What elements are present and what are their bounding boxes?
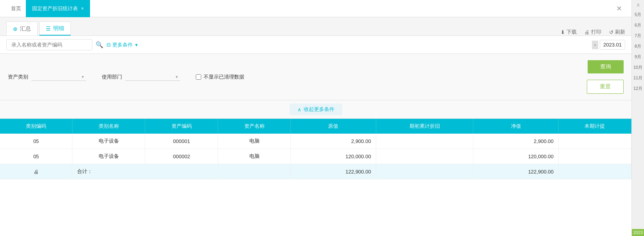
action-buttons: 查询 重置 [587,60,624,94]
top-nav: 首页 固定资产折旧统计表 × ✕ [0,0,631,17]
sidebar-month-5[interactable]: 5月 [632,9,644,20]
category-select[interactable] [31,73,86,81]
col-header-code: 类别编码 [0,119,72,134]
collapse-label: 收起更多条件 [304,106,334,113]
hide-cleared-checkbox-item: 不显示已清理数据 [196,73,244,80]
sidebar-month-9[interactable]: 9月 [632,52,644,62]
col-header-category: 类别名称 [72,119,145,134]
cell-net-value: 120,000.00 [473,149,559,164]
col-header-accumulated-dep: 期初累计折旧 [376,119,473,134]
sidebar-month-12[interactable]: 12月 [632,83,644,94]
category-select-wrap [31,73,86,81]
filter-icon: ⊟ [106,42,111,48]
total-current-dep [558,164,631,179]
cell-category-name: 电子设备 [72,134,145,149]
total-net-value: 122,900.00 [473,164,559,179]
query-button[interactable]: 查询 [588,60,624,73]
cell-accumulated-dep [376,134,473,149]
col-header-original-value: 原值 [291,119,376,134]
sidebar-month-10[interactable]: 10月 [632,62,644,73]
col-header-net-value: 净值 [473,119,559,134]
department-label: 使用部门 [102,73,122,80]
cell-code: 05 [0,134,72,149]
download-icon: ⬇ [561,29,565,35]
cell-code: 05 [0,149,72,164]
cell-current-dep [558,134,631,149]
refresh-label: 刷新 [615,29,625,36]
toolbar-right: ⬇ 下载 🖨 打印 ↺ 刷新 [561,29,625,36]
collapse-button[interactable]: ∧ 收起更多条件 [290,104,342,115]
cell-asset-code: 000001 [145,134,218,149]
cell-original-value: 2,900.00 [291,134,376,149]
category-label: 资产类别 [8,73,28,80]
table-container: 类别编码 类别名称 资产编码 资产名称 原值 期初累计折旧 净值 本期计提 05… [0,119,631,236]
cell-net-value: 2,900.00 [473,134,559,149]
hide-cleared-checkbox[interactable] [196,74,201,80]
print-icon: 🖨 [584,29,590,35]
cell-asset-name: 电脑 [218,134,291,149]
filter-row: 资产类别 使用部门 不显示已清理数据 [8,60,624,94]
chevron-up-icon: ∧ [298,107,301,113]
tab-summary[interactable]: ⊕ 汇总 [6,21,38,36]
data-table: 类别编码 类别名称 资产编码 资产名称 原值 期初累计折旧 净值 本期计提 05… [0,119,631,179]
close-tab-icon[interactable]: × [81,6,84,11]
download-label: 下载 [566,29,577,36]
sidebar-month-6[interactable]: 6月 [632,20,644,30]
sidebar-month-11[interactable]: 11月 [632,73,644,83]
nav-home[interactable]: 首页 [6,5,26,12]
filter-area: 资产类别 使用部门 不显示已清理数据 [0,54,631,100]
total-asset-name [218,164,291,179]
summary-icon: ⊕ [13,26,18,32]
cell-current-dep [558,149,631,164]
cell-category-name: 电子设备 [72,149,145,164]
tab-detail-label: 明细 [53,25,64,32]
date-nav-arrow[interactable]: › [592,41,598,49]
hide-cleared-label: 不显示已清理数据 [204,73,244,80]
cell-asset-code: 000002 [145,149,218,164]
tab-label: 固定资产折旧统计表 [32,5,78,12]
total-label: 合计： [72,164,218,179]
department-select-wrap [125,73,180,81]
detail-icon: ☰ [46,25,51,32]
collapse-bar: ∧ 收起更多条件 [0,100,631,119]
active-tab[interactable]: 固定资产折旧统计表 × [26,0,90,17]
tab-detail[interactable]: ☰ 明细 [39,21,71,36]
refresh-button[interactable]: ↺ 刷新 [609,29,625,36]
chevron-down-icon: ▼ [134,43,139,47]
filter-category: 资产类别 [8,73,86,81]
total-original-value: 122,900.00 [291,164,376,179]
sub-tabs: ⊕ 汇总 ☰ 明细 ⬇ 下载 🖨 打印 ↺ 刷新 [0,17,631,36]
sidebar-year-badge[interactable]: 2023 [632,229,644,236]
print-button[interactable]: 🖨 打印 [584,29,601,36]
window-close-button[interactable]: ✕ [613,4,625,13]
total-accumulated-dep [376,164,473,179]
search-input[interactable] [6,39,92,50]
total-icon: 🖨 [0,164,72,179]
date-display: 2023.01 [600,40,625,50]
sidebar-up-icon[interactable]: ∧ [636,0,640,9]
reset-button[interactable]: 重置 [587,80,624,94]
more-filter-button[interactable]: ⊟ 更多条件 ▼ [106,41,139,48]
col-header-asset-code: 资产编码 [145,119,218,134]
table-row: 05 电子设备 000001 电脑 2,900.00 2,900.00 [0,134,631,149]
sidebar-month-7[interactable]: 7月 [632,30,644,41]
search-bar: 🔍 ⊟ 更多条件 ▼ › 2023.01 [0,36,631,54]
cell-accumulated-dep [376,149,473,164]
search-icon[interactable]: 🔍 [96,41,103,48]
total-row: 🖨 合计： 122,900.00 122,900.00 [0,164,631,179]
cell-asset-name: 电脑 [218,149,291,164]
table-header-row: 类别编码 类别名称 资产编码 资产名称 原值 期初累计折旧 净值 本期计提 [0,119,631,134]
col-header-asset-name: 资产名称 [218,119,291,134]
refresh-icon: ↺ [609,29,613,35]
right-sidebar: ∧ 5月 6月 7月 8月 9月 10月 11月 12月 2023 [631,0,644,236]
table-row: 05 电子设备 000002 电脑 120,000.00 120,000.00 [0,149,631,164]
filter-department: 使用部门 [102,73,180,81]
sidebar-month-8[interactable]: 8月 [632,41,644,52]
department-select[interactable] [125,73,180,81]
more-filter-label: 更多条件 [112,41,133,48]
print-label: 打印 [591,29,601,36]
download-button[interactable]: ⬇ 下载 [561,29,577,36]
cell-original-value: 120,000.00 [291,149,376,164]
col-header-current-dep: 本期计提 [558,119,631,134]
tab-summary-label: 汇总 [20,25,31,32]
